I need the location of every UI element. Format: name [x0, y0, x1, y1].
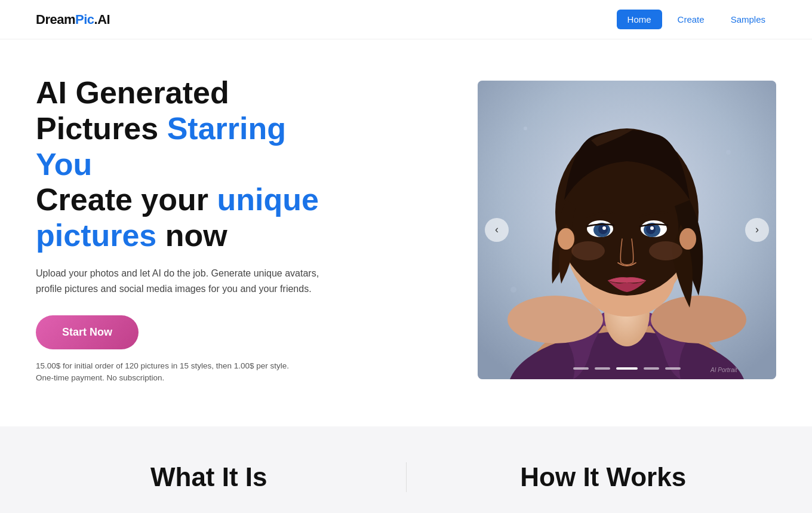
carousel-next-button[interactable]: › — [745, 218, 769, 242]
what-it-is-section: What It Is — [36, 462, 382, 492]
hero-title-unique: unique — [217, 182, 318, 217]
hero-title-now: now — [156, 218, 227, 253]
hero-pricing: 15.00$ for initial order of 120 pictures… — [36, 360, 293, 385]
nav-home[interactable]: Home — [617, 10, 662, 29]
carousel-dot-4[interactable] — [644, 367, 659, 370]
hero-title-line2-plain: Pictures — [36, 111, 167, 146]
hero-title-starring: Starring — [167, 111, 286, 146]
carousel-dot-5[interactable] — [665, 367, 681, 370]
svg-point-9 — [508, 296, 603, 343]
hero-left: AI Generated Pictures Starring You Creat… — [36, 75, 394, 385]
carousel-dot-2[interactable] — [595, 367, 610, 370]
nav-create[interactable]: Create — [667, 10, 715, 29]
hero-title: AI Generated Pictures Starring You Creat… — [36, 75, 394, 254]
nav-links: Home Create Samples — [617, 10, 776, 29]
svg-point-15 — [679, 228, 696, 250]
how-it-works-title: How It Works — [430, 462, 777, 492]
bottom-divider — [406, 462, 407, 492]
carousel-dot-1[interactable] — [573, 367, 589, 370]
what-it-is-title: What It Is — [36, 462, 382, 492]
svg-text:AI Portrait: AI Portrait — [710, 367, 738, 373]
navbar: DreamPic.AI Home Create Samples — [0, 0, 812, 39]
svg-point-1 — [524, 127, 527, 130]
hero-title-you: You — [36, 147, 92, 182]
bottom-sections: What It Is How It Works — [0, 426, 812, 513]
carousel-dots — [573, 367, 681, 370]
carousel-dot-3[interactable] — [616, 367, 638, 370]
how-it-works-section: How It Works — [430, 462, 777, 492]
svg-point-24 — [571, 241, 605, 260]
carousel-image: AI Portrait — [478, 81, 776, 379]
logo-pic: Pic — [75, 12, 94, 27]
hero-title-line1: AI Generated — [36, 75, 229, 110]
svg-point-19 — [602, 226, 606, 230]
svg-point-4 — [703, 258, 706, 262]
logo: DreamPic.AI — [36, 12, 110, 27]
nav-samples[interactable]: Samples — [720, 10, 776, 29]
svg-point-14 — [558, 228, 574, 250]
hero-title-pictures: pictures — [36, 218, 156, 253]
svg-point-10 — [651, 296, 746, 343]
carousel-prev-button[interactable]: ‹ — [485, 218, 509, 242]
carousel: AI Portrait ‹ › — [478, 81, 776, 379]
hero-subtitle: Upload your photos and let AI do the job… — [36, 266, 334, 296]
hero-section: AI Generated Pictures Starring You Creat… — [0, 39, 812, 426]
logo-dream: Dream — [36, 12, 75, 27]
hero-title-create: Create your — [36, 182, 217, 217]
svg-point-23 — [650, 226, 654, 230]
svg-point-5 — [510, 287, 516, 293]
start-now-button[interactable]: Start Now — [36, 315, 139, 349]
svg-point-25 — [649, 241, 682, 260]
logo-ai: .AI — [94, 12, 110, 27]
svg-point-2 — [726, 150, 731, 155]
hero-right: AI Portrait ‹ › — [478, 81, 776, 379]
